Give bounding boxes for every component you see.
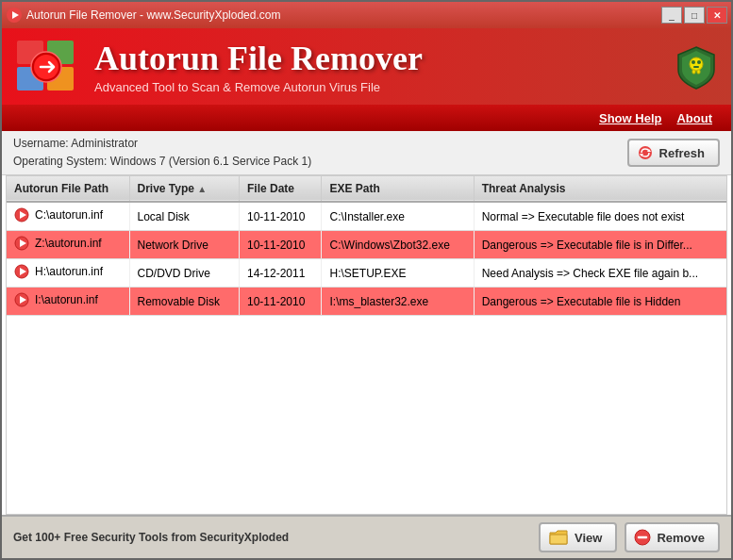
cell-path: H:\autorun.inf bbox=[7, 259, 129, 288]
windows-logo bbox=[13, 36, 79, 97]
file-icon bbox=[14, 236, 29, 251]
cell-drive: Network Drive bbox=[129, 231, 239, 259]
file-icon bbox=[14, 264, 29, 279]
cell-threat: Need Analysis => Check EXE file again b.… bbox=[474, 259, 726, 288]
footer: Get 100+ Free Security Tools from Securi… bbox=[2, 515, 731, 558]
table-row[interactable]: I:\autorun.infRemovable Disk10-11-2010I:… bbox=[7, 288, 726, 316]
table-row[interactable]: Z:\autorun.infNetwork Drive10-11-2010C:\… bbox=[7, 231, 726, 259]
svg-rect-11 bbox=[693, 66, 699, 68]
close-button[interactable]: ✕ bbox=[707, 7, 727, 24]
show-help-menu[interactable]: Show Help bbox=[591, 109, 669, 127]
main-content: Autorun File Path Drive Type ▲ File Date… bbox=[6, 175, 727, 515]
window-controls: _ □ ✕ bbox=[661, 7, 727, 24]
about-menu[interactable]: About bbox=[669, 109, 720, 127]
app-title: Autorun File Remover bbox=[94, 39, 673, 78]
svg-rect-25 bbox=[550, 535, 567, 544]
refresh-icon bbox=[637, 144, 654, 161]
view-label: View bbox=[575, 531, 602, 545]
table-row[interactable]: H:\autorun.infCD/DVD Drive14-12-2011H:\S… bbox=[7, 259, 726, 288]
cell-drive: Removable Disk bbox=[129, 288, 239, 316]
menu-bar: Show Help About bbox=[2, 105, 731, 131]
cell-date: 10-11-2010 bbox=[240, 202, 322, 231]
cell-exe: H:\SETUP.EXE bbox=[322, 259, 474, 288]
cell-path: Z:\autorun.inf bbox=[7, 231, 129, 259]
title-bar-text: Autorun File Remover - www.SecurityXplod… bbox=[26, 8, 661, 22]
shield-icon bbox=[673, 43, 720, 91]
cell-drive: Local Disk bbox=[129, 202, 239, 231]
app-header: Autorun File Remover Advanced Tool to Sc… bbox=[2, 28, 731, 105]
maximize-button[interactable]: □ bbox=[684, 7, 705, 24]
cell-path: I:\autorun.inf bbox=[7, 288, 129, 316]
main-window: Autorun File Remover - www.SecurityXplod… bbox=[0, 0, 733, 560]
cell-threat: Normal => Executable file does not exist bbox=[474, 202, 726, 231]
cell-path: C:\autorun.inf bbox=[7, 202, 129, 231]
footer-buttons: View Remove bbox=[539, 522, 720, 552]
svg-point-8 bbox=[690, 58, 703, 71]
footer-text: Get 100+ Free Security Tools from Securi… bbox=[13, 531, 289, 544]
sysinfo-bar: Username: Administrator Operating System… bbox=[2, 131, 731, 175]
autorun-table: Autorun File Path Drive Type ▲ File Date… bbox=[7, 176, 726, 316]
col-date[interactable]: File Date bbox=[240, 176, 322, 202]
table-wrapper[interactable]: Autorun File Path Drive Type ▲ File Date… bbox=[7, 176, 726, 514]
folder-icon bbox=[548, 529, 569, 546]
table-header: Autorun File Path Drive Type ▲ File Date… bbox=[7, 176, 726, 202]
cell-exe: C:\Installer.exe bbox=[322, 202, 474, 231]
col-path[interactable]: Autorun File Path bbox=[7, 176, 129, 202]
cell-exe: C:\Windows\Zbot32.exe bbox=[322, 231, 474, 259]
remove-label: Remove bbox=[657, 531, 705, 545]
file-icon bbox=[14, 292, 29, 307]
cell-threat: Dangerous => Executable file is Hidden bbox=[474, 288, 726, 316]
col-drive[interactable]: Drive Type ▲ bbox=[129, 176, 239, 202]
sort-arrow-drive: ▲ bbox=[197, 184, 207, 194]
svg-point-14 bbox=[639, 146, 652, 159]
remove-icon bbox=[634, 529, 651, 546]
col-threat[interactable]: Threat Analysis bbox=[474, 176, 726, 202]
username-info: Username: Administrator bbox=[13, 135, 311, 153]
view-button[interactable]: View bbox=[539, 522, 617, 552]
cell-exe: I:\ms_blaster32.exe bbox=[322, 288, 474, 316]
svg-point-9 bbox=[691, 60, 695, 64]
header-title-area: Autorun File Remover Advanced Tool to Sc… bbox=[94, 39, 673, 94]
title-bar: Autorun File Remover - www.SecurityXplod… bbox=[2, 2, 731, 28]
cell-date: 10-11-2010 bbox=[240, 288, 322, 316]
os-info: Operating System: Windows 7 (Version 6.1… bbox=[13, 153, 311, 171]
svg-point-10 bbox=[697, 60, 701, 64]
col-exe[interactable]: EXE Path bbox=[322, 176, 474, 202]
minimize-button[interactable]: _ bbox=[661, 7, 682, 24]
remove-button[interactable]: Remove bbox=[625, 522, 720, 552]
table-body: C:\autorun.infLocal Disk10-11-2010C:\Ins… bbox=[7, 202, 726, 316]
cell-date: 14-12-2011 bbox=[240, 259, 322, 288]
app-subtitle: Advanced Tool to Scan & Remove Autorun V… bbox=[94, 80, 673, 94]
sysinfo-text: Username: Administrator Operating System… bbox=[13, 135, 311, 171]
cell-threat: Dangerous => Executable file is in Diffe… bbox=[474, 231, 726, 259]
refresh-label: Refresh bbox=[659, 146, 705, 160]
cell-drive: CD/DVD Drive bbox=[129, 259, 239, 288]
cell-date: 10-11-2010 bbox=[240, 231, 322, 259]
svg-rect-13 bbox=[697, 70, 700, 74]
file-icon bbox=[14, 207, 29, 222]
app-icon bbox=[6, 7, 23, 24]
svg-rect-12 bbox=[692, 70, 695, 74]
refresh-button[interactable]: Refresh bbox=[627, 139, 720, 167]
table-row[interactable]: C:\autorun.infLocal Disk10-11-2010C:\Ins… bbox=[7, 202, 726, 231]
